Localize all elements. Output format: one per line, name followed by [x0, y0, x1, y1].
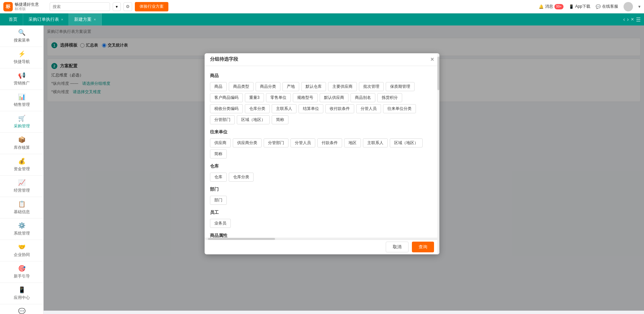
employee-field-tags: 业务员 [210, 219, 434, 228]
field-tag-goods-9[interactable]: 重量3 [245, 93, 264, 102]
bell-icon: 🔔 [539, 4, 544, 9]
sidebar-item-guide[interactable]: 🎯 新手引导 [0, 261, 43, 283]
modal-vertical-thumb[interactable] [437, 57, 439, 90]
sidebar-item-finance[interactable]: 💰 资金管理 [0, 154, 43, 176]
field-tag-goods-20[interactable]: 分管人员 [356, 104, 381, 113]
header-search-input[interactable] [50, 2, 110, 11]
field-tag-goods-10[interactable]: 零售单位 [266, 93, 291, 102]
department-section-title: 部门 [210, 186, 434, 192]
field-tag-partner-3[interactable]: 分管人员 [290, 138, 315, 147]
app-download-button[interactable]: 📱 App下载 [569, 4, 590, 9]
field-tag-partner-2[interactable]: 分管部门 [264, 138, 288, 147]
online-service-button[interactable]: 💬 在线客服 [596, 4, 618, 9]
top-header: 标 畅捷通好生意 标准版 ▾ ⚙ 体验行业方案 🔔 消息 99+ 📱 App下载… [0, 0, 644, 13]
goods-section: 商品 商品 商品类型 商品分类 产地 默认仓库 主要供应商 批次管理 保质期管理… [210, 73, 434, 124]
purchase-icon: 🛒 [18, 115, 25, 122]
sidebar-item-basic-info[interactable]: 📋 基础信息 [0, 197, 43, 218]
field-tag-goods-21[interactable]: 往来单位分类 [383, 104, 416, 113]
field-tag-goods-23[interactable]: 区域（地区） [237, 115, 270, 124]
modal-vertical-scrollbar[interactable] [437, 53, 439, 254]
nav-tabs: 首页 采购订单执行表 × 新建方案 × ‹ › × ☰ [0, 13, 644, 25]
field-tag-goods-8[interactable]: 客户商品编码 [210, 93, 243, 102]
sidebar-item-system[interactable]: ⚙️ 系统管理 [0, 218, 43, 240]
tab-new-plan-close[interactable]: × [94, 17, 96, 21]
field-tag-warehouse-0[interactable]: 仓库 [210, 173, 227, 182]
field-tag-partner-7[interactable]: 区域（地区） [390, 138, 423, 147]
experience-button[interactable]: 体验行业方案 [135, 2, 168, 11]
modal-horizontal-scrollbar[interactable] [205, 238, 439, 240]
messages-badge: 99+ [554, 4, 564, 9]
search-icon: 🔍 [18, 29, 25, 36]
field-tag-goods-2[interactable]: 商品分类 [256, 82, 280, 91]
gear-icon[interactable]: ⚙ [123, 2, 132, 11]
field-tag-emp-0[interactable]: 业务员 [210, 219, 231, 228]
field-tag-partner-0[interactable]: 供应商 [210, 138, 231, 147]
field-tag-goods-14[interactable]: 拣货积分 [377, 93, 402, 102]
field-tag-goods-18[interactable]: 结算单位 [299, 104, 323, 113]
field-tag-partner-8[interactable]: 简称 [210, 149, 227, 159]
field-tag-goods-7[interactable]: 保质期管理 [386, 82, 415, 91]
sidebar-item-cooperation[interactable]: 🤝 企业协同 [0, 240, 43, 261]
field-tag-partner-4[interactable]: 付款条件 [317, 138, 342, 147]
cancel-button[interactable]: 取消 [386, 242, 409, 252]
sidebar-item-sales[interactable]: 📊 销售管理 [0, 90, 43, 111]
field-tag-goods-4[interactable]: 默认仓库 [301, 82, 326, 91]
sidebar-item-marketing[interactable]: 📢 营销推广 [0, 68, 43, 90]
department-field-tags: 部门 [210, 196, 434, 205]
messages-button[interactable]: 🔔 消息 99+ [539, 4, 564, 9]
field-tag-dept-0[interactable]: 部门 [210, 196, 227, 205]
tab-menu[interactable]: ☰ [636, 16, 641, 23]
sidebar-item-inventory[interactable]: 📦 库存核算 [0, 133, 43, 154]
field-tag-goods-15[interactable]: 税收分类编码 [210, 104, 243, 113]
cooperation-icon: 🤝 [18, 243, 25, 251]
service-icon: 💬 [596, 4, 601, 9]
modal-scroll-thumb[interactable] [208, 238, 275, 240]
sidebar-item-search-menu[interactable]: 🔍 搜索菜单 [0, 25, 43, 47]
field-tag-goods-24[interactable]: 简称 [272, 115, 288, 124]
field-tag-goods-1[interactable]: 商品类型 [229, 82, 254, 91]
field-tag-goods-11[interactable]: 规格型号 [293, 93, 318, 102]
confirm-button[interactable]: 查询 [412, 242, 434, 252]
modal-header: 分组待选字段 × [205, 53, 439, 66]
sidebar-item-purchase[interactable]: 🛒 采购管理 [0, 111, 43, 133]
sidebar-item-quick-nav[interactable]: ⚡ 快捷导航 [0, 47, 43, 68]
modal-backdrop: 分组待选字段 × 商品 商品 商品类型 商品分类 产地 默认仓库 主要供应商 [44, 25, 644, 311]
guide-icon: 🎯 [18, 265, 25, 272]
tab-nav-right[interactable]: › [627, 16, 629, 22]
field-tag-goods-6[interactable]: 批次管理 [359, 82, 384, 91]
sidebar-item-app-center[interactable]: 📱 应用中心 [0, 283, 43, 304]
download-icon: 📱 [569, 4, 574, 9]
field-tag-warehouse-1[interactable]: 仓库分类 [229, 173, 254, 182]
header-dropdown-button[interactable]: ▾ [113, 2, 121, 11]
field-tag-goods-19[interactable]: 收付款条件 [325, 104, 354, 113]
tab-purchase-order[interactable]: 采购订单执行表 × [23, 13, 69, 25]
field-tag-partner-6[interactable]: 主联系人 [363, 138, 388, 147]
modal-close-button[interactable]: × [430, 56, 434, 63]
field-selection-modal: 分组待选字段 × 商品 商品 商品类型 商品分类 产地 默认仓库 主要供应商 [205, 53, 439, 254]
field-tag-goods-3[interactable]: 产地 [282, 82, 299, 91]
tab-new-plan[interactable]: 新建方案 × [69, 13, 101, 25]
marketing-icon: 📢 [18, 72, 25, 79]
user-dropdown-icon[interactable]: ▾ [638, 4, 641, 9]
field-tag-goods-13[interactable]: 商品别名 [351, 93, 375, 102]
field-tag-goods-16[interactable]: 仓库分类 [245, 104, 270, 113]
field-tag-goods-22[interactable]: 分管部门 [210, 115, 235, 124]
inventory-icon: 📦 [18, 136, 25, 143]
tab-home[interactable]: 首页 [3, 13, 23, 25]
partner-section-title: 往来单位 [210, 129, 434, 135]
avatar[interactable] [624, 2, 633, 11]
field-tag-goods-0[interactable]: 商品 [210, 82, 227, 91]
tab-close-all[interactable]: × [631, 16, 634, 22]
field-tag-goods-12[interactable]: 默认供应商 [320, 93, 348, 102]
sales-icon: 📊 [18, 93, 25, 101]
tab-nav-left[interactable]: ‹ [623, 16, 625, 22]
main-content: 采购订单执行表方案设置 1 选择模板 汇总表 交叉统计表 [44, 25, 644, 314]
field-tag-goods-5[interactable]: 主要供应商 [328, 82, 357, 91]
field-tag-partner-1[interactable]: 供应商分类 [233, 138, 262, 147]
field-tag-goods-17[interactable]: 主联系人 [272, 104, 297, 113]
sidebar-item-operations[interactable]: 📈 经营管理 [0, 176, 43, 197]
partner-section: 往来单位 供应商 供应商分类 分管部门 分管人员 付款条件 地区 主联系人 区域… [210, 129, 434, 159]
field-tag-partner-5[interactable]: 地区 [344, 138, 361, 147]
sidebar-item-enterprise-wechat[interactable]: 💬 企业微信 [0, 304, 43, 314]
tab-purchase-order-close[interactable]: × [61, 17, 63, 21]
